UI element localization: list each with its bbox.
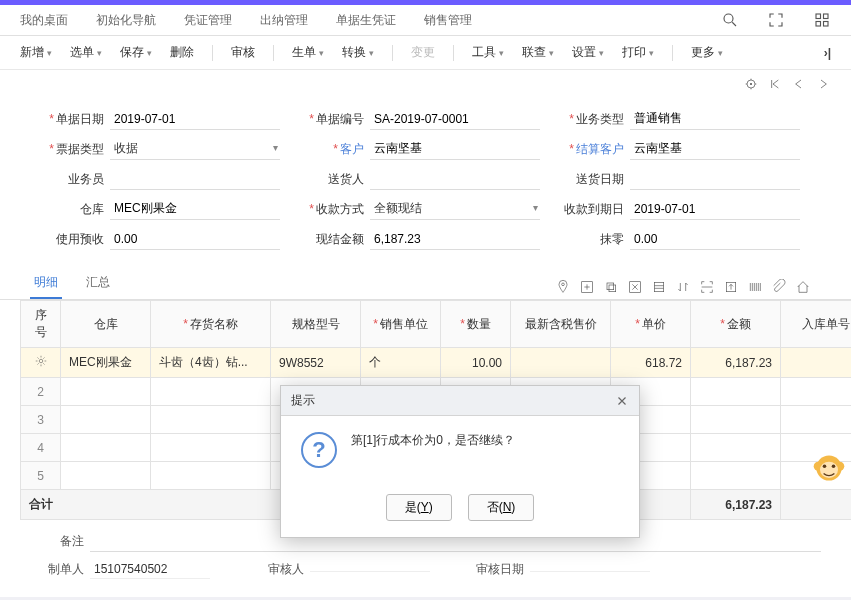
nav-billgen[interactable]: 单据生凭证 xyxy=(336,12,396,29)
insert-row-icon[interactable] xyxy=(579,279,595,295)
label-auditdate: 审核日期 xyxy=(470,561,530,578)
first-icon[interactable] xyxy=(767,76,783,92)
col-inno[interactable]: 入库单号 xyxy=(781,301,852,348)
prev-icon[interactable] xyxy=(791,76,807,92)
detail-tabs: 明细 汇总 xyxy=(20,262,124,299)
col-taxprice[interactable]: 最新含税售价 xyxy=(511,301,611,348)
delete-button[interactable]: 删除 xyxy=(170,44,194,61)
home-icon[interactable] xyxy=(795,279,811,295)
gen-button[interactable]: 生单▾ xyxy=(292,44,324,61)
input-shipper[interactable] xyxy=(370,168,540,190)
input-discount[interactable] xyxy=(630,228,800,250)
nav-voucher[interactable]: 凭证管理 xyxy=(184,12,232,29)
col-spec[interactable]: 规格型号 xyxy=(271,301,361,348)
attach-icon[interactable] xyxy=(771,279,787,295)
grid-icon[interactable] xyxy=(813,11,831,29)
export-icon[interactable] xyxy=(723,279,739,295)
chevron-down-icon: ▾ xyxy=(273,142,278,153)
yes-button[interactable]: 是(Y) xyxy=(386,494,452,521)
nav-sales[interactable]: 销售管理 xyxy=(424,12,472,29)
audit-button[interactable]: 审核 xyxy=(231,44,255,61)
select-paymethod[interactable]: 全额现结▾ xyxy=(370,198,540,220)
nav-desktop[interactable]: 我的桌面 xyxy=(20,12,68,29)
location-icon[interactable] xyxy=(555,279,571,295)
input-duedate[interactable] xyxy=(630,198,800,220)
main-toolbar: 新增▾ 选单▾ 保存▾ 删除 审核 生单▾ 转换▾ 变更 工具▾ 联查▾ 设置▾… xyxy=(0,36,851,70)
locate-icon[interactable] xyxy=(743,76,759,92)
col-unit[interactable]: 销售单位 xyxy=(361,301,441,348)
val-maker: 15107540502 xyxy=(90,560,210,579)
cell-warehouse[interactable]: MEC刚果金 xyxy=(61,348,151,378)
input-settlecust[interactable] xyxy=(630,138,800,160)
label-auditor: 审核人 xyxy=(250,561,310,578)
table-row[interactable]: MEC刚果金 斗齿（4齿）钻... 9W8552 个 10.00 618.72 … xyxy=(21,348,852,378)
new-button[interactable]: 新增▾ xyxy=(20,44,52,61)
label-prepay: 使用预收 xyxy=(30,231,110,248)
link-button[interactable]: 联查▾ xyxy=(522,44,554,61)
col-idx[interactable]: 序号 xyxy=(21,301,61,348)
label-warehouse: 仓库 xyxy=(30,201,110,218)
input-customer[interactable] xyxy=(370,138,540,160)
cell-spec[interactable]: 9W8552 xyxy=(271,348,361,378)
cell-price[interactable]: 618.72 xyxy=(611,348,691,378)
col-amount[interactable]: 金额 xyxy=(691,301,781,348)
copy-row-icon[interactable] xyxy=(603,279,619,295)
cell-inno[interactable] xyxy=(781,348,852,378)
no-button[interactable]: 否(N) xyxy=(468,494,535,521)
select-invtype[interactable]: 收据▾ xyxy=(110,138,280,160)
col-warehouse[interactable]: 仓库 xyxy=(61,301,151,348)
input-biztype[interactable] xyxy=(630,108,800,130)
barcode-icon[interactable] xyxy=(747,279,763,295)
select-button[interactable]: 选单▾ xyxy=(70,44,102,61)
label-shipper: 送货人 xyxy=(290,171,370,188)
fullscreen-icon[interactable] xyxy=(767,11,785,29)
tools-button[interactable]: 工具▾ xyxy=(472,44,504,61)
input-shipdate[interactable] xyxy=(630,168,800,190)
row-gear-icon[interactable] xyxy=(21,348,61,378)
batch-icon[interactable] xyxy=(651,279,667,295)
col-price[interactable]: 单价 xyxy=(611,301,691,348)
nav-init[interactable]: 初始化导航 xyxy=(96,12,156,29)
scan-icon[interactable] xyxy=(699,279,715,295)
confirm-dialog: 提示 ? 第[1]行成本价为0，是否继续？ 是(Y) 否(N) xyxy=(280,385,640,538)
label-customer[interactable]: 客户 xyxy=(290,141,370,158)
collapse-toolbar-icon[interactable]: ›| xyxy=(824,46,831,60)
col-qty[interactable]: 数量 xyxy=(441,301,511,348)
change-button: 变更 xyxy=(411,44,435,61)
nav-cashier[interactable]: 出纳管理 xyxy=(260,12,308,29)
label-salesman: 业务员 xyxy=(30,171,110,188)
input-settleamt[interactable] xyxy=(370,228,540,250)
mascot-icon[interactable] xyxy=(811,450,847,486)
svg-point-19 xyxy=(823,464,827,468)
cell-unit[interactable]: 个 xyxy=(361,348,441,378)
cell-qty[interactable]: 10.00 xyxy=(441,348,511,378)
search-icon[interactable] xyxy=(721,11,739,29)
next-icon[interactable] xyxy=(815,76,831,92)
more-button[interactable]: 更多▾ xyxy=(691,44,723,61)
input-prepay[interactable] xyxy=(110,228,280,250)
input-date[interactable] xyxy=(110,108,280,130)
sort-icon[interactable] xyxy=(675,279,691,295)
input-warehouse[interactable] xyxy=(110,198,280,220)
svg-point-14 xyxy=(39,359,43,363)
label-number: 单据编号 xyxy=(290,111,370,128)
input-number[interactable] xyxy=(370,108,540,130)
close-icon[interactable] xyxy=(615,394,629,408)
record-nav xyxy=(0,70,851,98)
dialog-title: 提示 xyxy=(291,392,315,409)
cell-item[interactable]: 斗齿（4齿）钻... xyxy=(151,348,271,378)
tab-summary[interactable]: 汇总 xyxy=(82,268,114,299)
svg-rect-9 xyxy=(607,283,614,290)
convert-button[interactable]: 转换▾ xyxy=(342,44,374,61)
save-button[interactable]: 保存▾ xyxy=(120,44,152,61)
delete-row-icon[interactable] xyxy=(627,279,643,295)
settings-button[interactable]: 设置▾ xyxy=(572,44,604,61)
label-settlecust[interactable]: 结算客户 xyxy=(550,141,630,158)
col-item[interactable]: 存货名称 xyxy=(151,301,271,348)
cell-amount[interactable]: 6,187.23 xyxy=(691,348,781,378)
tab-detail[interactable]: 明细 xyxy=(30,268,62,299)
print-button[interactable]: 打印▾ xyxy=(622,44,654,61)
input-salesman[interactable] xyxy=(110,168,280,190)
svg-rect-2 xyxy=(824,14,829,19)
cell-taxprice[interactable] xyxy=(511,348,611,378)
